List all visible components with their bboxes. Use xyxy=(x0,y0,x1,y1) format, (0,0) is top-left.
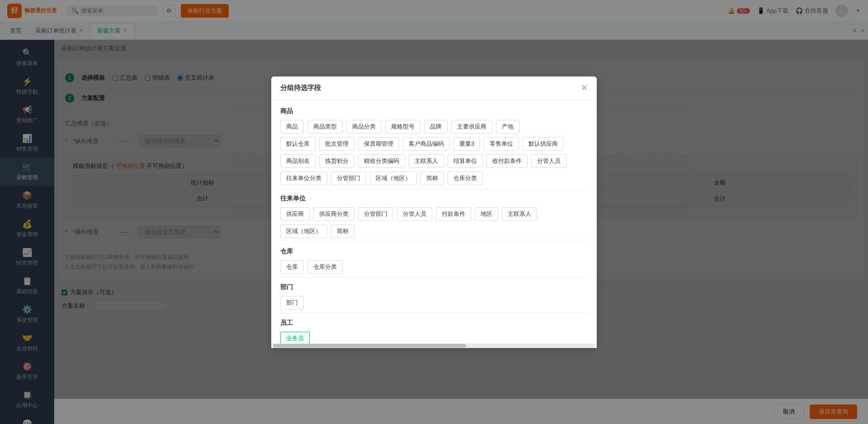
field-tag-product-14[interactable]: 商品别名 xyxy=(280,154,316,168)
field-tag-product-25[interactable]: 仓库分类 xyxy=(448,172,483,185)
field-tag-product-1[interactable]: 商品类型 xyxy=(307,120,343,133)
partner-title-text: 往来单位 xyxy=(280,195,306,202)
field-tag-product-18[interactable]: 结算单位 xyxy=(448,154,483,168)
field-tag-product-3[interactable]: 规格型号 xyxy=(385,120,420,133)
field-tag-product-21[interactable]: 往来单位分类 xyxy=(280,172,327,185)
field-tag-product-8[interactable]: 批次管理 xyxy=(319,137,354,151)
employee-fields: 业务员 xyxy=(280,332,588,343)
field-tag-product-24[interactable]: 简称 xyxy=(420,172,444,185)
field-tag-product-10[interactable]: 客户商品编码 xyxy=(403,137,450,151)
partner-fields-2: 区域（地区） 简称 xyxy=(280,224,588,238)
field-tag-product-20[interactable]: 分管人员 xyxy=(531,154,566,168)
divider-3 xyxy=(280,277,588,278)
section-warehouse-title: 仓库 xyxy=(280,248,588,256)
field-tag-dept-0[interactable]: 部门 xyxy=(280,296,304,310)
field-tag-wh-0[interactable]: 仓库 xyxy=(280,260,304,274)
field-tag-product-4[interactable]: 品牌 xyxy=(424,120,448,133)
field-tag-partner-6[interactable]: 主联系人 xyxy=(502,207,537,221)
field-tag-product-6[interactable]: 产地 xyxy=(496,120,519,133)
field-tag-partner-8[interactable]: 简称 xyxy=(331,224,354,238)
divider-4 xyxy=(280,313,588,314)
field-tag-product-15[interactable]: 拣货积分 xyxy=(319,154,354,168)
field-tag-product-0[interactable]: 商品 xyxy=(280,120,304,133)
field-tag-product-16[interactable]: 税收分类编码 xyxy=(358,154,405,168)
field-tag-partner-5[interactable]: 地区 xyxy=(475,207,498,221)
field-tag-product-17[interactable]: 主联系人 xyxy=(409,154,444,168)
section-partner-title: 往来单位 xyxy=(280,195,588,203)
product-fields-2: 默认仓库 批次管理 保质期管理 客户商品编码 重量3 零售单位 默认供应商 xyxy=(280,137,588,151)
field-tag-wh-1[interactable]: 仓库分类 xyxy=(307,260,343,274)
field-tag-product-7[interactable]: 默认仓库 xyxy=(280,137,316,151)
section-dept-title: 部门 xyxy=(280,283,588,291)
modal-overlay: 分组待选字段 ✕ 商品 商品 商品类型 商品分类 规格型号 品牌 主要供应商 产… xyxy=(0,0,868,424)
field-tag-emp-0[interactable]: 业务员 xyxy=(280,332,310,343)
modal-body[interactable]: 商品 商品 商品类型 商品分类 规格型号 品牌 主要供应商 产地 默认仓库 批次… xyxy=(271,100,597,343)
warehouse-title-text: 仓库 xyxy=(280,248,293,255)
field-tag-product-2[interactable]: 商品分类 xyxy=(346,120,382,133)
field-tag-product-13[interactable]: 默认供应商 xyxy=(523,137,564,151)
product-fields-4: 往来单位分类 分管部门 区域（地区） 简称 仓库分类 xyxy=(280,172,588,185)
field-tag-product-5[interactable]: 主要供应商 xyxy=(451,120,492,133)
partner-fields: 供应商 供应商分类 分管部门 分管人员 付款条件 地区 主联系人 xyxy=(280,207,588,221)
divider-2 xyxy=(280,242,588,242)
field-tag-product-11[interactable]: 重量3 xyxy=(453,137,480,151)
field-select-modal: 分组待选字段 ✕ 商品 商品 商品类型 商品分类 规格型号 品牌 主要供应商 产… xyxy=(271,76,597,348)
modal-horizontal-scrollbar[interactable] xyxy=(271,343,597,348)
dept-fields: 部门 xyxy=(280,296,588,310)
product-title-text: 商品 xyxy=(280,107,293,114)
field-tag-partner-3[interactable]: 分管人员 xyxy=(397,207,432,221)
field-tag-partner-2[interactable]: 分管部门 xyxy=(358,207,393,221)
employee-title-text: 员工 xyxy=(280,319,293,326)
field-tag-partner-7[interactable]: 区域（地区） xyxy=(280,224,327,238)
field-tag-partner-1[interactable]: 供应商分类 xyxy=(313,207,354,221)
modal-close-button[interactable]: ✕ xyxy=(581,84,588,92)
product-fields: 商品 商品类型 商品分类 规格型号 品牌 主要供应商 产地 xyxy=(280,120,588,133)
field-tag-product-12[interactable]: 零售单位 xyxy=(484,137,519,151)
product-fields-3: 商品别名 拣货积分 税收分类编码 主联系人 结算单位 收付款条件 分管人员 xyxy=(280,154,588,168)
field-tag-partner-0[interactable]: 供应商 xyxy=(280,207,310,221)
modal-header: 分组待选字段 ✕ xyxy=(271,76,597,100)
divider-1 xyxy=(280,189,588,189)
field-tag-product-19[interactable]: 收付款条件 xyxy=(486,154,528,168)
dept-title-text: 部门 xyxy=(280,283,293,291)
field-tag-product-22[interactable]: 分管部门 xyxy=(331,172,366,185)
field-tag-partner-4[interactable]: 付款条件 xyxy=(436,207,471,221)
section-employee-title: 员工 xyxy=(280,319,588,327)
warehouse-fields: 仓库 仓库分类 xyxy=(280,260,588,274)
field-tag-product-9[interactable]: 保质期管理 xyxy=(358,137,399,151)
modal-title: 分组待选字段 xyxy=(280,84,321,92)
section-product-title: 商品 xyxy=(280,107,588,115)
field-tag-product-23[interactable]: 区域（地区） xyxy=(370,172,417,185)
